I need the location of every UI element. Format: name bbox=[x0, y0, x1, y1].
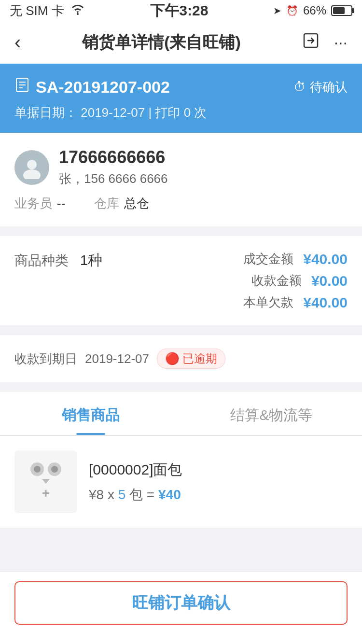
clock-icon: ⏱ bbox=[293, 80, 306, 95]
product-info: [0000002]面包 ¥8 x 5 包 = ¥40 bbox=[89, 460, 348, 504]
nav-actions: ··· bbox=[302, 32, 348, 53]
status-bar-left: 无 SIM 卡 bbox=[10, 2, 85, 19]
salesperson-item: 业务员 -- bbox=[14, 195, 65, 212]
due-date-card: 收款到期日 2019-12-07 🔴 已逾期 bbox=[0, 335, 362, 382]
carrier-label: 无 SIM 卡 bbox=[10, 2, 64, 19]
status-bar-time: 下午3:28 bbox=[150, 1, 208, 21]
status-bar: 无 SIM 卡 下午3:28 ➤ ⏰ 66% bbox=[0, 0, 362, 21]
order-status: ⏱ 待确认 bbox=[293, 79, 348, 96]
summary-left: 商品种类 1种 bbox=[14, 251, 102, 270]
order-header: SA-20191207-002 ⏱ 待确认 单据日期： 2019-12-07 |… bbox=[0, 64, 362, 133]
order-icon bbox=[14, 77, 30, 97]
status-bar-right: ➤ ⏰ 66% bbox=[273, 4, 352, 17]
svg-point-0 bbox=[77, 13, 79, 15]
svg-point-6 bbox=[27, 160, 37, 169]
share-button[interactable] bbox=[302, 32, 320, 53]
confirm-button[interactable]: 旺铺订单确认 bbox=[14, 581, 348, 625]
owl-logo: + bbox=[30, 462, 61, 501]
overdue-badge: 🔴 已逾期 bbox=[157, 349, 225, 369]
location-icon: ➤ bbox=[273, 5, 281, 16]
summary-right: 成交金额 ¥40.00 收款金额 ¥0.00 本单欠款 ¥40.00 bbox=[243, 251, 348, 311]
svg-point-7 bbox=[23, 169, 41, 179]
battery-icon bbox=[331, 5, 352, 16]
product-item: + [0000002]面包 ¥8 x 5 包 = ¥40 bbox=[0, 436, 362, 528]
customer-phone: 17666666666 bbox=[59, 147, 168, 168]
customer-meta: 业务员 -- 仓库 总仓 bbox=[14, 195, 348, 212]
order-number: SA-20191207-002 bbox=[14, 77, 170, 97]
product-price: ¥8 x 5 包 = ¥40 bbox=[89, 486, 348, 504]
wifi-icon bbox=[70, 3, 85, 18]
deal-amount-row: 成交金额 ¥40.00 bbox=[243, 251, 348, 267]
order-date: 单据日期： 2019-12-07 | 打印 0 次 bbox=[14, 104, 348, 121]
owed-amount-row: 本单欠款 ¥40.00 bbox=[243, 294, 348, 311]
nav-bar: ‹ 销货单详情(来自旺铺) ··· bbox=[0, 21, 362, 64]
alarm-icon: ⏰ bbox=[286, 5, 298, 16]
avatar bbox=[14, 150, 49, 185]
customer-info: 17666666666 张，156 6666 6666 bbox=[59, 147, 168, 187]
tab-settlement[interactable]: 结算&物流等 bbox=[181, 392, 362, 435]
back-button[interactable]: ‹ bbox=[14, 31, 21, 53]
customer-card: 17666666666 张，156 6666 6666 业务员 -- 仓库 总仓 bbox=[0, 133, 362, 226]
tabs-container: 销售商品 结算&物流等 bbox=[0, 392, 362, 436]
bottom-bar: 旺铺订单确认 bbox=[0, 571, 362, 644]
warehouse-item: 仓库 总仓 bbox=[94, 195, 149, 212]
product-list: + [0000002]面包 ¥8 x 5 包 = ¥40 bbox=[0, 436, 362, 528]
tab-products[interactable]: 销售商品 bbox=[0, 392, 181, 435]
product-thumbnail: + bbox=[14, 450, 77, 513]
product-name: [0000002]面包 bbox=[89, 460, 348, 480]
summary-card: 商品种类 1种 成交金额 ¥40.00 收款金额 ¥0.00 本单欠款 ¥40.… bbox=[0, 236, 362, 325]
battery-label: 66% bbox=[303, 4, 326, 17]
customer-name: 张，156 6666 6666 bbox=[59, 170, 168, 187]
more-button[interactable]: ··· bbox=[334, 33, 348, 52]
received-amount-row: 收款金额 ¥0.00 bbox=[243, 272, 348, 289]
overdue-icon: 🔴 bbox=[165, 352, 180, 365]
page-title: 销货单详情(来自旺铺) bbox=[82, 31, 241, 54]
